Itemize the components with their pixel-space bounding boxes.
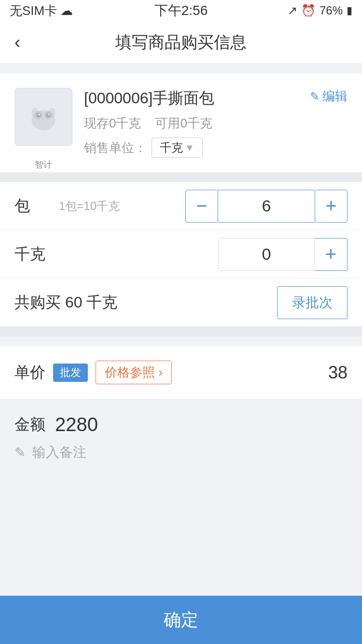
batch-button[interactable]: 录批次 — [277, 286, 348, 319]
bao-quantity-control: − + — [185, 190, 348, 223]
product-image: 智计 — [14, 88, 72, 146]
status-right: ↗ ⏰ 76% ▮ — [288, 4, 352, 17]
product-info: [0000006]手撕面包 现存0千克 可用0千克 销售单位： 千克 ▼ — [84, 88, 348, 158]
alarm-icon: ⏰ — [301, 4, 316, 17]
bao-label: 包 — [14, 196, 53, 217]
price-row: 单价 批发 价格参照 › 38 — [0, 346, 362, 399]
price-section: 单价 批发 价格参照 › 38 — [0, 346, 362, 399]
page-title: 填写商品购买信息 — [115, 31, 247, 54]
bao-row: 包 1包=10千克 − + — [0, 182, 362, 230]
remark-icon: ✎ — [14, 445, 26, 461]
kg-quantity-control: + — [218, 238, 348, 271]
edit-icon: ✎ — [310, 90, 320, 103]
remark-row[interactable]: ✎ 输入备注 — [14, 443, 348, 462]
battery-text: 76% — [320, 4, 343, 17]
kg-label: 千克 — [14, 244, 53, 265]
signal-text: 无SIM卡 ☁ — [10, 2, 73, 19]
unit-value: 千克 — [160, 140, 183, 155]
svg-point-9 — [49, 108, 56, 118]
confirm-button[interactable]: 确定 — [0, 596, 362, 644]
divider-1 — [0, 172, 362, 182]
back-button[interactable]: ‹ — [14, 32, 39, 53]
stock-text: 现存0千克 — [84, 116, 141, 130]
unit-select[interactable]: 千克 ▼ — [152, 138, 203, 158]
owl-icon — [27, 100, 60, 134]
divider-2 — [0, 327, 362, 336]
amount-label: 金额 — [14, 414, 45, 435]
product-card: 智计 [0000006]手撕面包 现存0千克 可用0千克 销售单位： 千克 ▼ … — [0, 73, 362, 172]
bao-decrement-button[interactable]: − — [185, 190, 218, 223]
total-amount: 60 — [65, 294, 83, 311]
status-time: 下午2:56 — [154, 1, 208, 20]
edit-button[interactable]: ✎ 编辑 — [310, 88, 348, 105]
price-value: 38 — [328, 363, 348, 383]
available-text: 可用0千克 — [155, 116, 212, 130]
amount-value: 2280 — [55, 414, 98, 435]
bao-hint: 1包=10千克 — [59, 198, 185, 214]
bao-quantity-input[interactable] — [218, 190, 315, 223]
gray-fill — [0, 471, 362, 616]
total-row: 共购买 60 千克 录批次 — [0, 279, 362, 327]
location-icon: ↗ — [288, 4, 297, 17]
product-code-name: [0000006]手撕面包 — [84, 88, 348, 109]
price-label: 单价 — [14, 362, 45, 383]
product-code: [0000006] — [84, 89, 153, 107]
amount-row: 金额 2280 — [14, 414, 348, 435]
svg-point-5 — [39, 113, 41, 115]
unit-label: 销售单位： — [84, 140, 147, 156]
svg-point-8 — [32, 108, 39, 118]
bao-increment-button[interactable]: + — [315, 190, 348, 223]
price-ref-button[interactable]: 价格参照 › — [96, 361, 172, 384]
dropdown-icon: ▼ — [185, 142, 195, 154]
nav-bar: ‹ 填写商品购买信息 — [0, 21, 362, 64]
battery-icon: ▮ — [347, 4, 352, 17]
total-unit: 千克 — [86, 294, 117, 311]
product-name: 手撕面包 — [153, 89, 214, 107]
edit-label: 编辑 — [322, 88, 348, 105]
product-image-label: 智计 — [35, 159, 52, 170]
kg-increment-button[interactable]: + — [315, 238, 348, 271]
remark-placeholder: 输入备注 — [32, 443, 86, 462]
amount-section: 金额 2280 ✎ 输入备注 — [0, 399, 362, 471]
status-bar: 无SIM卡 ☁ 下午2:56 ↗ ⏰ 76% ▮ — [0, 0, 362, 21]
total-text: 共购买 60 千克 — [14, 292, 117, 313]
total-label: 共购买 — [14, 294, 65, 311]
product-stock: 现存0千克 可用0千克 — [84, 115, 348, 132]
kg-quantity-input[interactable] — [218, 238, 315, 271]
kg-row: 千克 + — [0, 230, 362, 279]
quantity-section: 包 1包=10千克 − + 千克 + 共购买 60 千克 录批次 — [0, 182, 362, 327]
price-tag: 批发 — [53, 364, 88, 382]
product-unit: 销售单位： 千克 ▼ — [84, 138, 348, 158]
status-left: 无SIM卡 ☁ — [10, 2, 73, 19]
